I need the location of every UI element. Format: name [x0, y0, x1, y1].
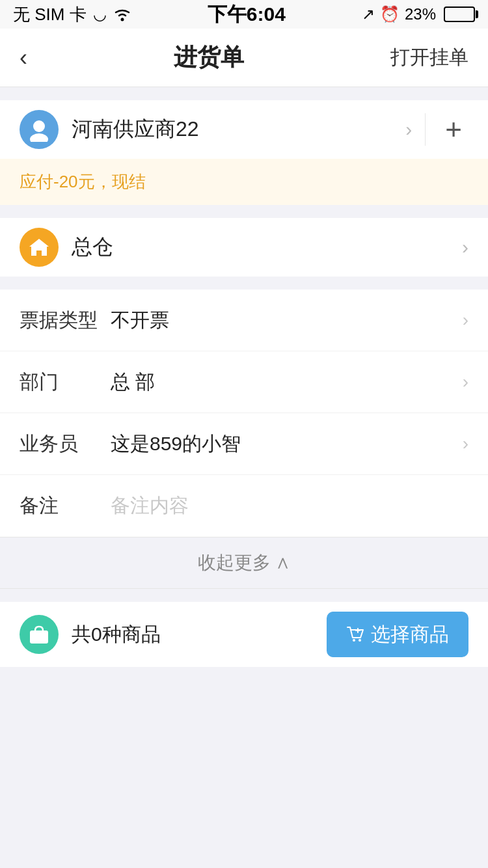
house-icon [28, 237, 50, 257]
status-right: ↗ ⏰ 23% [362, 5, 475, 23]
department-value: 总 部 [111, 369, 463, 396]
divider [425, 113, 426, 146]
alarm-icon: ⏰ [380, 5, 400, 23]
battery-icon [444, 7, 475, 22]
select-product-button[interactable]: 选择商品 [327, 612, 468, 657]
invoice-type-row[interactable]: 票据类型 不开票 › [0, 290, 488, 351]
person-icon [27, 117, 51, 142]
bottom-fill [0, 667, 488, 862]
select-product-label: 选择商品 [371, 621, 449, 648]
collapse-row[interactable]: 收起更多 ∧ [0, 537, 488, 589]
svg-point-8 [359, 639, 361, 642]
product-icon-wrap [20, 615, 59, 654]
product-count: 共0种商品 [72, 621, 327, 648]
page-title: 进货单 [174, 42, 244, 74]
remark-label: 备注 [20, 493, 111, 519]
notice-bar: 应付-20元，现结 [0, 159, 488, 205]
carrier-text: 无 SIM 卡 [13, 3, 87, 26]
invoice-type-value: 不开票 [111, 307, 463, 334]
notice-text: 应付-20元，现结 [20, 172, 146, 191]
shopping-bag-icon [27, 624, 51, 645]
cart-icon [346, 626, 364, 643]
warehouse-row[interactable]: 总仓 › [0, 218, 488, 277]
nav-bar: ‹ 进货单 打开挂单 [0, 29, 488, 87]
collapse-label: 收起更多 ∧ [198, 550, 291, 575]
warehouse-chevron-icon: › [462, 236, 468, 258]
gap-1 [0, 87, 488, 100]
warehouse-icon-wrap [20, 228, 59, 267]
svg-marker-3 [29, 239, 49, 247]
back-button[interactable]: ‹ [20, 44, 27, 72]
department-row[interactable]: 部门 总 部 › [0, 351, 488, 413]
supplier-avatar [20, 110, 59, 149]
wifi-signal-icon [113, 7, 131, 21]
salesperson-label: 业务员 [20, 431, 111, 457]
supplier-name: 河南供应商22 [72, 115, 405, 144]
department-chevron-icon: › [463, 372, 468, 392]
product-bar: 共0种商品 选择商品 [0, 602, 488, 667]
remark-row[interactable]: 备注 备注内容 [0, 475, 488, 537]
status-time: 下午6:04 [208, 1, 286, 28]
supplier-row[interactable]: 河南供应商22 › + [0, 100, 488, 159]
invoice-type-chevron-icon: › [463, 310, 468, 331]
svg-rect-6 [30, 631, 48, 644]
location-icon: ↗ [362, 5, 375, 23]
form-section: 票据类型 不开票 › 部门 总 部 › 业务员 这是859的小智 › 备注 备注… [0, 290, 488, 537]
salesperson-chevron-icon: › [463, 433, 468, 454]
svg-point-1 [33, 120, 45, 132]
salesperson-row[interactable]: 业务员 这是859的小智 › [0, 413, 488, 475]
svg-point-7 [353, 639, 355, 642]
department-label: 部门 [20, 369, 111, 396]
salesperson-value: 这是859的小智 [111, 431, 463, 457]
status-bar: 无 SIM 卡 ◡️ 下午6:04 ↗ ⏰ 23% [0, 0, 488, 29]
svg-point-0 [120, 18, 124, 21]
warehouse-name: 总仓 [72, 233, 462, 262]
add-button[interactable]: + [439, 113, 468, 146]
open-pending-button[interactable]: 打开挂单 [390, 44, 468, 71]
battery-percentage: 23% [405, 5, 436, 23]
svg-point-2 [30, 133, 48, 142]
status-carrier: 无 SIM 卡 ◡️ [13, 3, 131, 26]
remark-placeholder: 备注内容 [111, 493, 468, 519]
supplier-chevron-icon: › [405, 118, 412, 141]
supplier-section: 河南供应商22 › + 应付-20元，现结 [0, 100, 488, 205]
svg-rect-5 [36, 251, 42, 256]
wifi-icon: ◡️ [93, 5, 107, 23]
invoice-type-label: 票据类型 [20, 307, 111, 334]
